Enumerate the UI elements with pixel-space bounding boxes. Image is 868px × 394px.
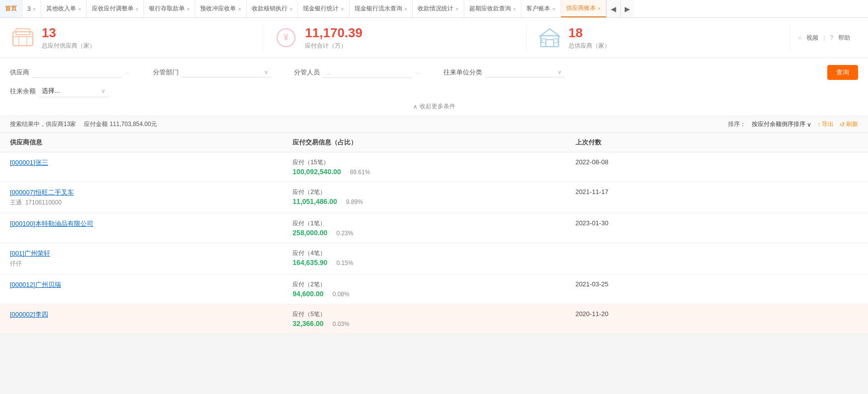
close-cash-bank-stat[interactable]: ×: [341, 6, 344, 12]
prepay-offset-label: 预收冲应收单: [200, 4, 236, 13]
close-bank-deposit[interactable]: ×: [187, 6, 190, 12]
card-text-payable-suppliers: 13 总应付供应商（家）: [42, 25, 95, 50]
supplier-sub-4: 仔仔: [10, 260, 292, 268]
help-icon: ?: [830, 34, 833, 41]
supplier-link-4[interactable]: [001]广州荣轩: [10, 250, 50, 257]
nav-tab-bank-deposit[interactable]: 银行存取款单 ×: [144, 0, 195, 17]
supplier-link-2[interactable]: [000007]恒旺二手叉车: [10, 189, 74, 196]
sort-label: 排序：: [728, 120, 746, 129]
filter-row-1: 供应商 ··· 分管部门 ∨ 分管人员 ··· 往来单位分类: [10, 65, 858, 80]
nav-tab-cash-bank-stat[interactable]: 现金银行统计 ×: [298, 0, 349, 17]
help-link[interactable]: 帮助: [838, 34, 850, 42]
last-pay-5: 2021-03-25: [576, 280, 858, 288]
tx-amount-2: 11,051,486.00: [292, 197, 337, 205]
tx-info-1: 应付（15笔） 100,092,540.00 89.61%: [292, 158, 575, 176]
refresh-button[interactable]: ↺ 刷新: [840, 120, 858, 129]
nav-tab-prepay-offset[interactable]: 预收冲应收单 ×: [195, 0, 246, 17]
table-row: [000002]李四 应付（5笔） 32,366.00 0.03% 2020-1…: [0, 304, 868, 334]
person-filter-label: 分管人员: [294, 68, 320, 77]
col-header-tx: 应付交易信息（占比）: [292, 138, 575, 147]
tx-label-2: 应付（2笔）: [292, 188, 575, 197]
table-row: [000012]广州贝瑞 应付（2笔） 94,600.00 0.08% 2021…: [0, 274, 868, 304]
tx-row-4: 164,635.90 0.15%: [292, 258, 575, 266]
nav-tab-cash-bank-flow[interactable]: 现金银行流水查询 ×: [350, 0, 413, 17]
export-label: 导出: [822, 120, 834, 129]
table-row: [000007]恒旺二手叉车 王通 17106110000 应付（2笔） 11,…: [0, 182, 868, 213]
close-payable-adjust[interactable]: ×: [136, 6, 139, 12]
nav-tab-other-income[interactable]: 其他收入单 ×: [41, 0, 86, 17]
close-collection-stat[interactable]: ×: [455, 6, 458, 12]
close-overdue-query[interactable]: ×: [513, 6, 516, 12]
close-supplier-account[interactable]: ×: [598, 5, 601, 11]
tx-label-6: 应付（5笔）: [292, 310, 575, 319]
svg-rect-10: [554, 39, 558, 43]
card-icon-store: [537, 25, 563, 51]
receipt-verify-label: 收款核销执行: [252, 4, 288, 13]
query-button[interactable]: 查询: [827, 65, 858, 80]
close-customer-account[interactable]: ×: [552, 6, 555, 12]
card-text-total-suppliers: 18 总供应商（家）: [569, 25, 610, 50]
close-tab3[interactable]: ×: [33, 6, 36, 12]
supplier-link-6[interactable]: [000002]李四: [10, 311, 48, 318]
person-ellipsis[interactable]: ···: [415, 69, 421, 76]
tab3-label: 3: [27, 5, 31, 12]
close-prepay-offset[interactable]: ×: [238, 6, 241, 12]
collapse-button[interactable]: ∧ 收起更多条件: [413, 102, 455, 111]
supplier-ellipsis[interactable]: ···: [125, 69, 130, 76]
table-row: [000001]张三 应付（15笔） 100,092,540.00 89.61%…: [0, 152, 868, 182]
last-pay-date-2: 2021-11-17: [576, 188, 609, 196]
category-select[interactable]: ∨: [485, 67, 565, 77]
payable-adjust-label: 应收应付调整单: [92, 4, 134, 13]
results-amount: 应付金额 111,703,854.00元: [84, 120, 157, 129]
results-summary: 搜索结果中，供应商13家: [10, 120, 76, 129]
payable-suppliers-number: 13: [42, 25, 95, 41]
sort-select[interactable]: 按应付余额倒序排序 ∨: [752, 120, 811, 129]
refresh-label: 刷新: [846, 120, 858, 129]
close-cash-bank-flow[interactable]: ×: [404, 6, 407, 12]
filter-dept: 分管部门 ∨: [153, 67, 271, 77]
close-receipt-verify[interactable]: ×: [289, 6, 292, 12]
video-icon: ○: [798, 34, 801, 41]
table-row: [000100]本特勒油品有限公司 应付（1笔） 258,000.00 0.23…: [0, 213, 868, 243]
summary-card-total-payable: ¥ 11,170.39 应付合计（万）: [263, 25, 526, 51]
supplier-filter-label: 供应商: [10, 68, 29, 77]
refresh-icon: ↺: [840, 121, 845, 128]
nav-tab-3[interactable]: 3 ×: [22, 0, 41, 17]
nav-tab-receipt-verify[interactable]: 收款核销执行 ×: [247, 0, 298, 17]
results-bar: 搜索结果中，供应商13家 应付金额 111,703,854.00元 排序： 按应…: [0, 116, 868, 133]
supplier-info-6: [000002]李四: [10, 310, 292, 319]
supplier-link-3[interactable]: [000100]本特勒油品有限公司: [10, 220, 93, 227]
supplier-info-2: [000007]恒旺二手叉车 王通 17106110000: [10, 188, 292, 207]
summary-card-payable-suppliers: 13 总应付供应商（家）: [10, 25, 263, 51]
person-input[interactable]: [323, 67, 412, 78]
last-pay-date-3: 2023-01-30: [576, 219, 609, 227]
filter-supplier: 供应商 ···: [10, 67, 130, 78]
nav-tab-collection-stat[interactable]: 收款情况统计 ×: [413, 0, 464, 17]
nav-tab-payable-adjust[interactable]: 应收应付调整单 ×: [87, 0, 144, 17]
svg-rect-8: [546, 40, 554, 47]
dept-select[interactable]: ∨: [182, 67, 271, 77]
col-header-last-pay: 上次付数: [576, 138, 858, 147]
supplier-link-5[interactable]: [000012]广州贝瑞: [10, 281, 61, 288]
tx-label-1: 应付（15笔）: [292, 158, 575, 167]
table-row: [001]广州荣轩 仔仔 应付（4笔） 164,635.90 0.15%: [0, 243, 868, 274]
nav-prev-arrow[interactable]: ◀: [606, 0, 620, 17]
nav-tab-overdue-query[interactable]: 超期应收款查询 ×: [464, 0, 521, 17]
close-other-income[interactable]: ×: [78, 6, 81, 12]
svg-rect-7: [541, 36, 559, 47]
balance-select[interactable]: 选择... ∨: [39, 85, 108, 97]
supplier-input[interactable]: [32, 67, 122, 78]
sort-value: 按应付余额倒序排序: [752, 120, 805, 129]
svg-text:¥: ¥: [284, 32, 289, 42]
supplier-sub-2: 王通 17106110000: [10, 198, 292, 207]
export-button[interactable]: ↑ 导出: [817, 120, 834, 129]
nav-next-arrow[interactable]: ▶: [620, 0, 634, 17]
results-right: 排序： 按应付余额倒序排序 ∨ ↑ 导出 ↺ 刷新: [728, 120, 858, 129]
cash-bank-stat-label: 现金银行统计: [303, 4, 339, 13]
last-pay-date-6: 2020-11-20: [576, 310, 609, 318]
nav-tab-home[interactable]: 首页: [0, 0, 22, 17]
video-link[interactable]: 视频: [806, 34, 818, 42]
nav-tab-customer-account[interactable]: 客户账本 ×: [521, 0, 561, 17]
supplier-link-1[interactable]: [000001]张三: [10, 159, 48, 166]
nav-tab-supplier-account[interactable]: 供应商账本 ×: [561, 0, 606, 17]
